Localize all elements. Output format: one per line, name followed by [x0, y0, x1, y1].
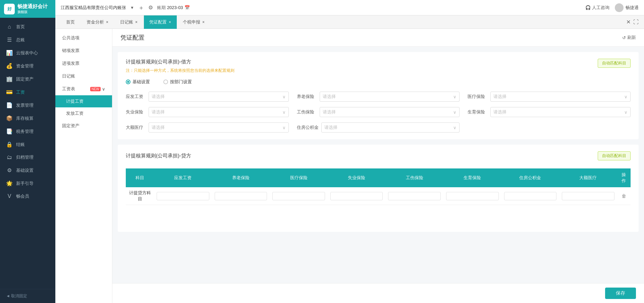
select-sybx2-placeholder: 请选择	[493, 109, 506, 115]
select-yfgz[interactable]: 请选择 ∨	[149, 92, 289, 102]
tab-tax-close[interactable]: ×	[202, 20, 205, 24]
input-ylbx2[interactable]	[272, 192, 325, 200]
sidebar-item-funds[interactable]: 💰 资金管理	[0, 59, 55, 72]
new-badge: NEW	[90, 87, 101, 91]
tab-voucher[interactable]: 凭证配置 ×	[144, 15, 177, 29]
tab-journal[interactable]: 日记账 ×	[115, 15, 143, 29]
chevron-down-icon: ∨	[282, 94, 286, 99]
col-sybx2: 生育保险	[443, 168, 501, 187]
field-yfgz: 应发工资 请选择 ∨	[126, 92, 289, 102]
tab-funds-close[interactable]: ×	[106, 20, 108, 24]
sidebar-item-tax[interactable]: 📑 税务管理	[0, 125, 55, 138]
col-sybx: 失业保险	[328, 168, 386, 187]
input-ylbx[interactable]	[215, 192, 267, 200]
cell-deyil	[559, 187, 617, 205]
close-window-icon[interactable]: ✕	[626, 19, 631, 25]
left-menu-fixed-assets[interactable]: 固定资产	[55, 119, 112, 132]
service-label: 人工咨询	[592, 5, 609, 11]
tab-home-label: 首页	[66, 19, 75, 25]
select-ylbx2[interactable]: 请选择 ∨	[490, 92, 631, 102]
sidebar-item-invoice[interactable]: 📄 发票管理	[0, 99, 55, 112]
app-name: 畅捷通好会计	[17, 3, 48, 10]
sidebar-item-settings[interactable]: ⚙ 基础设置	[0, 164, 55, 177]
sidebar-item-label: 首页	[16, 24, 25, 30]
user-avatar	[615, 3, 624, 12]
input-zfgjj[interactable]	[504, 192, 557, 200]
left-menu-pay-salary[interactable]: 发放工资	[55, 107, 112, 119]
tab-journal-close[interactable]: ×	[135, 20, 138, 24]
settings-icon: ⚙	[6, 167, 13, 173]
radio-basic[interactable]: 基础设置	[126, 79, 150, 85]
app-logo: 好 畅捷通好会计 旗舰版	[0, 0, 55, 18]
sidebar-item-label: 基础设置	[16, 167, 34, 173]
select-zfgjj[interactable]: 请选择 ∨	[321, 122, 460, 133]
input-sybx[interactable]	[330, 192, 383, 200]
field-gsbx: 工伤保险 请选择 ∨	[297, 107, 460, 117]
sidebar-item-reports[interactable]: 📊 云报表中心	[0, 46, 55, 59]
company-dropdown-icon[interactable]: ▼	[130, 5, 134, 10]
delete-row-icon[interactable]: 🗑	[622, 193, 626, 199]
maximize-icon[interactable]: ⛶	[633, 19, 639, 25]
tab-home[interactable]: 首页	[61, 15, 80, 29]
topbar: 江西服宝精品有限责任公司内账张 ▼ ＋ ⚙ 账期 2023-03 📅 🎧 人工咨…	[55, 0, 644, 15]
sidebar-item-inventory[interactable]: 📦 库存核算	[0, 112, 55, 125]
input-deyil[interactable]	[562, 192, 614, 200]
home-icon: ⌂	[6, 24, 13, 30]
left-menu-journal[interactable]: 日记账	[55, 70, 112, 83]
left-menu-salary-table[interactable]: 工资表 NEW ∨	[55, 83, 112, 95]
sidebar-item-guide[interactable]: 🌟 新手引导	[0, 177, 55, 190]
page-title: 凭证配置	[120, 34, 145, 42]
settings-gear-icon[interactable]: ⚙	[148, 4, 153, 11]
content-header: 凭证配置 ↺ 刷新	[112, 29, 644, 47]
chevron-down-icon: ∨	[282, 125, 286, 130]
sidebar-item-home[interactable]: ⌂ 首页	[0, 20, 55, 33]
radio-dept[interactable]: 按部门设置	[163, 79, 192, 85]
add-company-button[interactable]: ＋	[138, 4, 144, 12]
input-yfgz[interactable]	[157, 192, 209, 200]
select-ylbx-placeholder: 请选择	[323, 94, 336, 100]
sidebar-item-close[interactable]: 🔒 结账	[0, 138, 55, 151]
tab-voucher-close[interactable]: ×	[169, 20, 171, 24]
auto-match-btn-2[interactable]: 自动匹配科目	[598, 151, 631, 160]
sidebar-item-label: 税务管理	[16, 129, 34, 135]
refresh-label: 刷新	[627, 35, 636, 41]
user-menu[interactable]: 畅捷通	[615, 3, 639, 12]
tabbar: 首页 资金分析 × 日记账 × 凭证配置 × 个税申报 × ✕ ⛶	[55, 15, 644, 29]
cancel-pin-button[interactable]: ◄ 取消固定	[0, 289, 55, 303]
tab-funds[interactable]: 资金分析 ×	[81, 15, 114, 29]
sidebar-item-label: 工资	[16, 89, 25, 95]
sidebar-item-assets[interactable]: 🏢 固定资产	[0, 72, 55, 86]
col-zfgjj: 住房公积金	[501, 168, 559, 187]
refresh-button[interactable]: ↺ 刷新	[622, 35, 636, 41]
sidebar-item-ledger[interactable]: ☰ 总账	[0, 33, 55, 46]
label-deyil: 大额医疗	[126, 124, 146, 131]
field-deyil: 大额医疗 请选择 ∨	[126, 122, 289, 133]
left-menu-public[interactable]: 公共选项	[55, 32, 112, 44]
tab-voucher-label: 凭证配置	[149, 19, 167, 25]
select-gsbx[interactable]: 请选择 ∨	[320, 107, 460, 117]
period-selector[interactable]: 账期 2023-03 📅	[157, 5, 190, 11]
select-sybx2[interactable]: 请选择 ∨	[490, 107, 631, 117]
sales-label: 销项发票	[62, 48, 79, 54]
select-yfgz-placeholder: 请选择	[152, 94, 165, 100]
left-menu-sales[interactable]: 销项发票	[55, 44, 112, 57]
sidebar-item-label: 畅会员	[16, 193, 29, 199]
sidebar-item-member[interactable]: V 畅会员	[0, 190, 55, 203]
left-menu-calc-salary[interactable]: 计提工资	[55, 95, 112, 107]
input-gsbx[interactable]	[388, 192, 441, 200]
service-button[interactable]: 🎧 人工咨询	[585, 5, 609, 11]
save-button[interactable]: 保存	[605, 288, 636, 299]
input-sybx2[interactable]	[446, 192, 499, 200]
sidebar-item-salary[interactable]: 💳 工资	[0, 86, 55, 99]
select-sybx[interactable]: 请选择 ∨	[149, 107, 289, 117]
select-ylbx[interactable]: 请选择 ∨	[320, 92, 460, 102]
tab-tax[interactable]: 个税申报 ×	[177, 15, 210, 29]
left-menu-purchase[interactable]: 进项发票	[55, 57, 112, 70]
select-deyil-placeholder: 请选择	[152, 124, 165, 131]
auto-match-btn-1[interactable]: 自动匹配科目	[598, 59, 631, 68]
cell-ylbx2	[270, 187, 328, 205]
label-ylbx2: 医疗保险	[468, 94, 488, 100]
select-deyil[interactable]: 请选择 ∨	[149, 122, 289, 133]
pay-salary-label: 发放工资	[66, 111, 84, 116]
sidebar-item-archive[interactable]: 🗂 归档管理	[0, 151, 55, 164]
